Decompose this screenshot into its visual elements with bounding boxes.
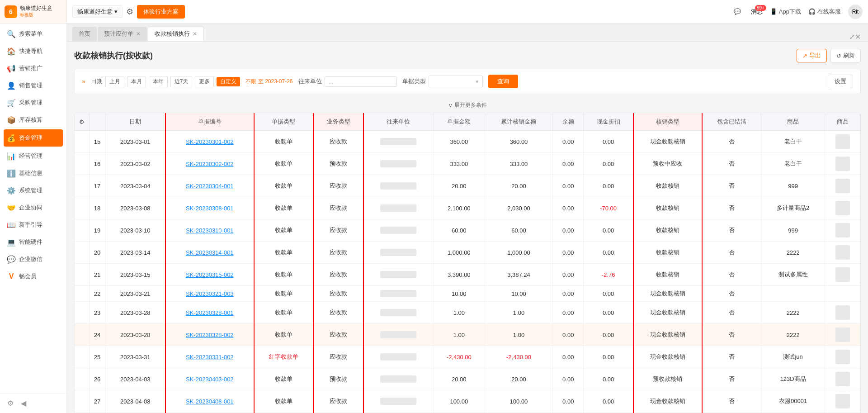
cell-settings bbox=[75, 368, 89, 390]
cell-biztype: 应收款 bbox=[313, 286, 363, 302]
settings-gear-icon[interactable]: ⚙ bbox=[126, 7, 133, 17]
refresh-button[interactable]: ↺ 刷新 bbox=[830, 49, 861, 62]
query-button[interactable]: 查询 bbox=[488, 75, 518, 88]
collapse-icon[interactable]: ◀ bbox=[21, 399, 26, 408]
cell-docno[interactable]: SK-20230304-001 bbox=[165, 175, 254, 197]
cell-verified: 1.00 bbox=[485, 302, 552, 324]
data-table: ⚙ 日期 单据编号 单据类型 业务类型 往来单位 单据金额 累计核销金额 余额 … bbox=[75, 113, 860, 413]
cell-balance: 0.00 bbox=[553, 153, 584, 175]
sidebar-item-member[interactable]: V 畅会员 bbox=[0, 268, 66, 285]
brand-sub: 标推版 bbox=[20, 12, 52, 18]
sidebar-label-hardware: 智能硬件 bbox=[19, 238, 42, 246]
cell-doctype: 收款单 bbox=[254, 131, 313, 153]
cell-docno[interactable]: SK-20230310-001 bbox=[165, 219, 254, 242]
cell-biztype: 应收款 bbox=[313, 346, 363, 368]
cell-doctype: 收款单 bbox=[254, 219, 313, 242]
cell-docno[interactable]: SK-20230321-003 bbox=[165, 286, 254, 302]
doc-type-select[interactable]: ▾ bbox=[429, 76, 483, 87]
avatar[interactable]: Rit bbox=[848, 5, 863, 19]
cell-verifytype: 预收中应收 bbox=[633, 153, 702, 175]
cell-docno[interactable]: SK-20230331-002 bbox=[165, 346, 254, 368]
date-btn-this-year[interactable]: 本年 bbox=[149, 76, 168, 87]
sidebar-item-inventory[interactable]: 📦 库存核算 bbox=[0, 111, 66, 128]
sidebar-footer: ⚙ ◀ bbox=[0, 393, 66, 413]
cell-cash-discount: -2.76 bbox=[584, 264, 633, 286]
filter-toggle-btn[interactable]: » bbox=[82, 78, 85, 85]
cell-docno[interactable]: SK-20230301-002 bbox=[165, 131, 254, 153]
th-balance: 余额 bbox=[553, 113, 584, 131]
messages-badge[interactable]: 💬 99+ 消息 bbox=[734, 8, 763, 16]
chevron-down-more-icon: ∨ bbox=[448, 102, 453, 109]
cell-docno[interactable]: SK-20230302-002 bbox=[165, 153, 254, 175]
sidebar-item-guide[interactable]: 📖 新手引导 bbox=[0, 216, 66, 233]
th-rownum bbox=[89, 113, 105, 131]
sidebar-item-shortcut[interactable]: 🏠 快捷导航 bbox=[0, 43, 66, 60]
cell-amount: 100.00 bbox=[433, 390, 485, 413]
cell-verifytype: 现金收款核销 bbox=[633, 346, 702, 368]
sidebar-item-marketing[interactable]: 📢 营销推广 bbox=[0, 60, 66, 77]
setting-button[interactable]: 设置 bbox=[828, 75, 853, 88]
th-settings[interactable]: ⚙ bbox=[75, 113, 89, 131]
online-service-link[interactable]: 🎧 在线客服 bbox=[808, 8, 841, 16]
finance-icon: 💰 bbox=[7, 134, 15, 142]
tab-receipts[interactable]: 收款核销执行 ✕ bbox=[148, 27, 204, 41]
tab-home[interactable]: 首页 bbox=[72, 27, 97, 41]
sales-icon: 👤 bbox=[7, 81, 15, 90]
tab-receipts-close-icon[interactable]: ✕ bbox=[193, 31, 197, 37]
date-btn-more[interactable]: 更多 bbox=[195, 76, 214, 87]
date-btn-7days[interactable]: 近7天 bbox=[170, 76, 193, 87]
cell-verified: 60.00 bbox=[485, 219, 552, 242]
app-download-link[interactable]: 📱 App下载 bbox=[770, 8, 801, 16]
brand-select[interactable]: 畅康道好生意 ▾ bbox=[72, 5, 123, 18]
th-partner: 往来单位 bbox=[363, 113, 433, 131]
sidebar-item-corp[interactable]: 🤝 企业协同 bbox=[0, 199, 66, 216]
cell-verifytype: 收款核销 bbox=[633, 264, 702, 286]
cell-docno[interactable]: SK-20230308-001 bbox=[165, 197, 254, 219]
sidebar-item-finance[interactable]: 💰 资金管理 bbox=[4, 129, 63, 147]
expand-more-bar[interactable]: ∨ 展开更多条件 bbox=[74, 100, 861, 111]
sidebar-label-system: 系统管理 bbox=[19, 186, 42, 195]
settings-footer-icon[interactable]: ⚙ bbox=[7, 399, 14, 408]
tab-prepay[interactable]: 预计应付单 ✕ bbox=[98, 27, 147, 41]
date-btn-this-month[interactable]: 本月 bbox=[127, 76, 146, 87]
cell-verified: 360.00 bbox=[485, 131, 552, 153]
cell-docno[interactable]: SK-20230328-001 bbox=[165, 302, 254, 324]
phone-icon: 📱 bbox=[770, 8, 777, 15]
cell-amount: 2,100.00 bbox=[433, 197, 485, 219]
cell-verifytype: 收款核销 bbox=[633, 219, 702, 242]
cell-docno[interactable]: SK-20230408-001 bbox=[165, 390, 254, 413]
industry-solution-button[interactable]: 体验行业方案 bbox=[137, 5, 185, 19]
cell-verifytype: 现金收款核销 bbox=[633, 302, 702, 324]
sidebar-item-purchase[interactable]: 🛒 采购管理 bbox=[0, 94, 66, 111]
cell-include-settled: 否 bbox=[702, 286, 761, 302]
sidebar-item-basic[interactable]: ℹ️ 基础信息 bbox=[0, 165, 66, 182]
sidebar-item-sales[interactable]: 👤 销售管理 bbox=[0, 77, 66, 94]
logo-icon: 6 bbox=[5, 5, 17, 18]
cell-doctype: 收款单 bbox=[254, 302, 313, 324]
cell-verified: 10.00 bbox=[485, 286, 552, 302]
tab-close-all-icon[interactable]: ✕ bbox=[855, 33, 861, 41]
export-button[interactable]: ↗ 导出 bbox=[797, 49, 827, 62]
cell-goods-img bbox=[825, 242, 860, 264]
sidebar-item-hardware[interactable]: 💻 智能硬件 bbox=[0, 233, 66, 251]
partner-input[interactable]: ... bbox=[325, 76, 397, 87]
cell-docno[interactable]: SK-20230403-002 bbox=[165, 368, 254, 390]
cell-docno[interactable]: SK-20230328-002 bbox=[165, 324, 254, 346]
brand-select-text: 畅康道好生意 bbox=[77, 8, 113, 16]
custom-date-btn[interactable]: 自定义 bbox=[217, 77, 240, 86]
sidebar-item-system[interactable]: ⚙️ 系统管理 bbox=[0, 182, 66, 199]
tab-prepay-close-icon[interactable]: ✕ bbox=[136, 31, 141, 37]
sidebar-item-wechat[interactable]: 💬 企业微信 bbox=[0, 251, 66, 268]
cell-goods-img bbox=[825, 286, 860, 302]
cell-docno[interactable]: SK-20230314-001 bbox=[165, 242, 254, 264]
date-btn-last-month[interactable]: 上月 bbox=[105, 76, 124, 87]
tab-expand-icon[interactable]: ⤢ bbox=[849, 33, 855, 41]
cell-partner bbox=[363, 264, 433, 286]
cell-goods bbox=[761, 286, 825, 302]
sidebar-item-operation[interactable]: 📊 经营管理 bbox=[0, 147, 66, 165]
sidebar-item-search[interactable]: 🔍 搜索菜单 bbox=[0, 25, 66, 43]
cell-docno[interactable]: SK-20230315-002 bbox=[165, 264, 254, 286]
cell-partner bbox=[363, 324, 433, 346]
cell-rownum: 16 bbox=[89, 153, 105, 175]
cell-verifytype: 现金收款核销 bbox=[633, 131, 702, 153]
